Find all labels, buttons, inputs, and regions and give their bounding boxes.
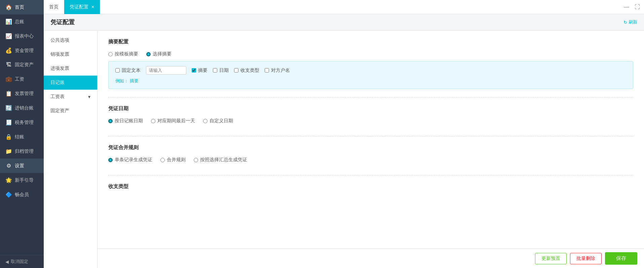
counterpart-checkbox[interactable] [265,68,269,73]
fixed-text-checkbox[interactable] [115,68,120,73]
journal-date-label: 按日记账日期 [115,118,143,124]
tab-voucher-config-label: 凭证配置 [70,4,88,10]
sidebar-item-inout[interactable]: 🔄 进销台账 [0,101,44,115]
sidebar-item-reports[interactable]: 📈 报表中心 [0,29,44,43]
single-record-radio[interactable] [108,158,113,162]
sidebar-item-funds[interactable]: 💰 资金管理 [0,43,44,58]
home-icon: 🏠 [5,4,12,10]
sidebar-item-vip[interactable]: 🔷 畅会员 [0,187,44,202]
summary-select-radio[interactable] [146,52,151,56]
nav-item-payroll-sheet[interactable]: 工资表 ▾ [44,90,97,104]
journal-date-radio[interactable] [108,119,113,123]
right-content: 摘要配置 按模板摘要 选择摘要 [98,31,644,249]
tab-home[interactable]: 首页 [44,0,64,14]
sidebar-item-label: 畅会员 [15,192,29,198]
sidebar-item-payroll[interactable]: 💼 工资 [0,72,44,86]
sidebar-item-assets[interactable]: 🏗 固定资产 [0,58,44,72]
sidebar-item-tax[interactable]: 🧾 税务管理 [0,115,44,130]
single-record-radio-label[interactable]: 单条记录生成凭证 [108,157,152,163]
sidebar-item-label: 新手引导 [15,177,34,183]
sidebar-item-label: 设置 [15,163,24,169]
merge-rule-label: 合并规则 [167,157,186,163]
save-button[interactable]: 保存 [605,252,637,265]
summary-config-box: 固定文本 摘要 日期 [108,61,633,89]
tax-icon: 🧾 [5,119,12,126]
single-record-label: 单条记录生成凭证 [115,157,152,163]
sidebar-item-invoices[interactable]: 📋 发票管理 [0,86,44,101]
nav-item-purchase[interactable]: 进项发票 [44,61,97,76]
sidebar-item-label: 资金管理 [15,48,34,54]
left-nav: 公共选项 销项发票 进项发票 日记账 工资表 ▾ 固定资产 [44,31,98,268]
summary-radio-template[interactable]: 按模板摘要 [108,51,138,57]
sidebar-item-home[interactable]: 🏠 首页 [0,0,44,14]
period-last-radio-label[interactable]: 对应期间最后一天 [151,118,195,124]
tab-close-icon[interactable]: ✕ [91,5,94,9]
income-type-checkbox[interactable] [234,68,238,73]
nav-item-public-label: 公共选项 [50,37,69,43]
sidebar-item-settings[interactable]: ⚙ 设置 [0,159,44,173]
refresh-button[interactable]: ↻ 刷新 [623,19,637,25]
fixed-text-checkbox-label[interactable]: 固定文本 [115,68,141,74]
reports-icon: 📈 [5,33,12,39]
pin-icon: ◀ [5,259,9,264]
nav-item-sales[interactable]: 销项发票 [44,47,97,61]
income-type-checkbox-label[interactable]: 收支类型 [234,68,259,74]
merge-rules-radio-group: 单条记录生成凭证 合并规则 按照选择汇总生成凭证 [108,157,633,163]
voucher-date-title: 凭证日期 [108,105,633,112]
select-merge-radio-label[interactable]: 按照选择汇总生成凭证 [194,157,247,163]
bottom-bar: 更新预置 批量删除 保存 [98,249,644,268]
tab-bar: 首页 凭证配置 ✕ — ⛶ [44,0,644,14]
guide-icon: 🌟 [5,177,12,183]
summary-label: 摘要 [198,68,207,74]
unpin-button[interactable]: ◀ 取消固定 [0,255,44,268]
merge-rule-radio-label[interactable]: 合并规则 [160,157,186,163]
nav-item-purchase-label: 进项发票 [50,65,69,72]
counterpart-checkbox-label[interactable]: 对方户名 [265,68,290,74]
voucher-date-section: 凭证日期 按日记账日期 对应期间最后一天 自定义日期 [108,105,633,136]
summary-radio-select[interactable]: 选择摘要 [146,51,172,57]
summary-template-radio[interactable] [108,52,113,56]
nav-item-fixed-assets[interactable]: 固定资产 [44,104,97,118]
summary-template-label: 按模板摘要 [115,51,138,57]
closing-icon: 🔒 [5,134,12,140]
income-type-title: 收支类型 [108,183,633,190]
ledger-icon: 📊 [5,18,12,25]
period-last-label: 对应期间最后一天 [157,118,195,124]
tab-minimize-button[interactable]: — [622,3,631,11]
custom-date-radio[interactable] [203,119,207,123]
nav-item-journal-label: 日记账 [50,80,65,86]
sidebar-item-label: 总账 [15,19,24,25]
income-type-label: 收支类型 [240,68,259,74]
fixed-text-label: 固定文本 [122,68,141,74]
date-checkbox-label[interactable]: 日期 [213,68,229,74]
custom-date-radio-label[interactable]: 自定义日期 [203,118,233,124]
tab-voucher-config[interactable]: 凭证配置 ✕ [64,0,100,14]
sidebar-item-closing[interactable]: 🔒 结账 [0,130,44,144]
sidebar-item-archive[interactable]: 📁 归档管理 [0,144,44,159]
tab-maximize-button[interactable]: ⛶ [633,3,641,11]
sidebar-item-label: 归档管理 [15,148,34,154]
journal-date-radio-label[interactable]: 按日记账日期 [108,118,143,124]
summary-checkbox[interactable] [192,68,196,73]
sidebar-item-ledger[interactable]: 📊 总账 [0,14,44,29]
summary-radio-group: 按模板摘要 选择摘要 [108,51,633,57]
sidebar-item-guide[interactable]: 🌟 新手引导 [0,173,44,187]
date-checkbox[interactable] [213,68,217,73]
update-preview-button[interactable]: 更新预置 [535,253,567,264]
summary-config-section: 摘要配置 按模板摘要 选择摘要 [108,39,633,97]
nav-item-journal[interactable]: 日记账 [44,76,97,90]
sidebar-item-label: 发票管理 [15,91,34,97]
period-last-radio[interactable] [151,119,155,123]
nav-item-payroll-sheet-label: 工资表 [50,94,65,100]
nav-item-public[interactable]: 公共选项 [44,33,97,47]
select-merge-radio[interactable] [194,158,198,162]
fixed-text-input[interactable] [146,66,186,75]
funds-icon: 💰 [5,47,12,54]
merge-rule-radio[interactable] [160,158,165,162]
batch-delete-button[interactable]: 批量删除 [570,253,602,264]
summary-checkbox-label[interactable]: 摘要 [192,68,207,74]
sidebar: 🏠 首页 📊 总账 📈 报表中心 💰 资金管理 🏗 固定资产 💼 工资 📋 发票… [0,0,44,268]
nav-item-fixed-assets-label: 固定资产 [50,108,69,114]
payroll-icon: 💼 [5,76,12,82]
archive-icon: 📁 [5,148,12,154]
